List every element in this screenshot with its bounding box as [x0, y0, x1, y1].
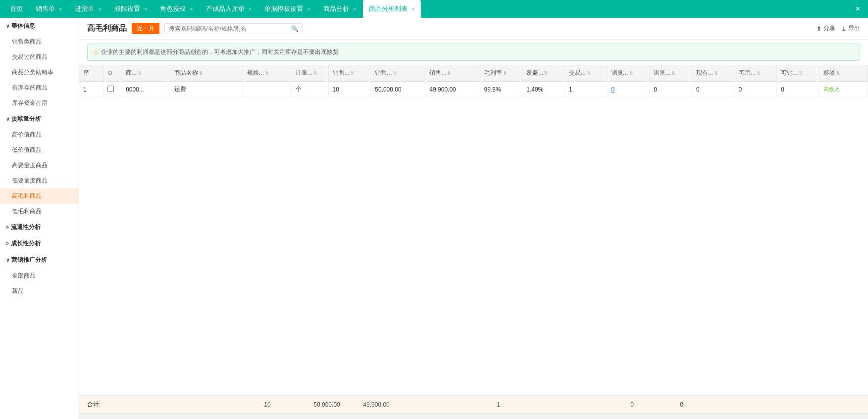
- content-area: 高毛利商品 近一月 🔍 ⬆ 分享 ⤓ 导出 ◇ 企业的主要的利润都是这部分商品创…: [79, 18, 868, 419]
- sort-icon: ⇅: [503, 71, 507, 76]
- sidebar-group-整体信息[interactable]: ∨整体信息: [0, 18, 79, 34]
- col-header-sales_amount[interactable]: 销售... ⇅: [371, 65, 425, 82]
- nav-close-icon[interactable]: ×: [98, 6, 101, 12]
- cell-unit: 个: [291, 82, 328, 97]
- cell-spec: [243, 82, 291, 97]
- col-header-gross_rate[interactable]: 毛利率 ⇅: [480, 65, 522, 82]
- sidebar-group-营销推广分析[interactable]: ∨营销推广分析: [0, 252, 79, 268]
- nav-close-icon[interactable]: ×: [59, 6, 62, 12]
- sidebar-group-label: 贡献量分析: [11, 115, 41, 123]
- col-header-sales_cost[interactable]: 销售... ⇅: [425, 65, 480, 82]
- sort-icon: ⇅: [714, 71, 718, 76]
- sidebar-item-交易过的商品[interactable]: 交易过的商品: [0, 49, 79, 65]
- export-button[interactable]: ⤓ 导出: [841, 24, 860, 33]
- footer-sales-qty: 10: [264, 401, 304, 408]
- cell-checkbox: [103, 82, 122, 97]
- col-header-stock_available[interactable]: 现有... ⇅: [692, 65, 734, 82]
- col-header-spec[interactable]: 规格... ⇅: [243, 65, 291, 82]
- sort-icon: ⇅: [138, 71, 142, 76]
- chevron-icon: ∨: [6, 116, 9, 122]
- col-header-browse2[interactable]: 浏览... ⇅: [650, 65, 692, 82]
- col-header-saleable[interactable]: 可销... ⇅: [777, 65, 819, 82]
- cell-name: 运费: [170, 82, 243, 97]
- col-header-usable[interactable]: 可用... ⇅: [734, 65, 777, 82]
- cell-browse1[interactable]: 0: [607, 82, 650, 97]
- col-header-sales_qty[interactable]: 销售... ⇅: [328, 65, 371, 82]
- sidebar-item-低要量度商品[interactable]: 低要量度商品: [0, 173, 79, 188]
- row-checkbox[interactable]: [107, 86, 114, 92]
- col-header-index[interactable]: 序: [79, 65, 103, 82]
- footer-usable: 0: [680, 401, 719, 408]
- export-icon: ⤓: [841, 25, 846, 32]
- chevron-icon: >: [6, 241, 9, 246]
- col-header-trade[interactable]: 交易... ⇅: [564, 65, 607, 82]
- sort-icon: ⇅: [393, 71, 397, 76]
- footer-sales-amount: 50,000.00: [313, 401, 353, 408]
- top-nav: 首页销售单×进货单×权限设置×角色授权×产成品入库单×单据模板设置×商品分析×商…: [0, 0, 868, 18]
- sidebar-group-成长性分析[interactable]: >成长性分析: [0, 235, 79, 252]
- col-header-name[interactable]: 商品名称 ⇅: [170, 65, 243, 82]
- browse-link[interactable]: 0: [612, 86, 615, 93]
- nav-item-单据模板设置[interactable]: 单据模板设置×: [258, 0, 316, 18]
- info-banner: ◇ 企业的主要的利润都是这部分商品创造的，可考虑加大推广，同时关注库存是不要出现…: [87, 44, 860, 61]
- sidebar-item-高毛利商品[interactable]: 高毛利商品: [0, 188, 79, 204]
- share-icon: ⬆: [817, 25, 821, 32]
- sort-icon: ⇅: [799, 71, 803, 76]
- sidebar-group-贡献量分析[interactable]: ∨贡献量分析: [0, 111, 79, 127]
- col-header-cover[interactable]: 覆盖... ⇅: [522, 65, 565, 82]
- sidebar-item-高价值商品[interactable]: 高价值商品: [0, 127, 79, 142]
- nav-close-icon[interactable]: ×: [353, 6, 356, 12]
- nav-item-权限设置[interactable]: 权限设置×: [108, 0, 153, 18]
- cell-gross_rate: 99.8%: [480, 82, 522, 97]
- col-header-code[interactable]: 商... ⇅: [122, 65, 170, 82]
- sidebar-item-全部商品[interactable]: 全部商品: [0, 268, 79, 283]
- nav-item-销售单[interactable]: 销售单×: [30, 0, 68, 18]
- col-header-browse1[interactable]: 浏览... ⇅: [607, 65, 650, 82]
- cell-stock_available: 0: [692, 82, 734, 97]
- nav-close-icon[interactable]: ×: [144, 6, 147, 12]
- sort-icon: ⇅: [671, 71, 675, 76]
- share-button[interactable]: ⬆ 分享: [817, 24, 835, 33]
- sidebar: ∨整体信息销售类商品交易过的商品商品分类助销率有库存的商品库存资金占用∨贡献量分…: [0, 18, 79, 419]
- table-row: 10000...运费个1050,000.0049,900.0099.8%1.49…: [79, 82, 868, 97]
- window-close-button[interactable]: ×: [852, 4, 864, 13]
- cell-usable: 0: [734, 82, 777, 97]
- sidebar-group-label: 成长性分析: [11, 239, 41, 248]
- sidebar-item-销售类商品[interactable]: 销售类商品: [0, 34, 79, 49]
- nav-item-角色授权[interactable]: 角色授权×: [154, 0, 199, 18]
- nav-close-icon[interactable]: ×: [249, 6, 252, 12]
- col-header-tag[interactable]: 标签 ⇅: [819, 65, 868, 82]
- sidebar-item-低价值商品[interactable]: 低价值商品: [0, 142, 79, 158]
- sidebar-item-商品分类助销率[interactable]: 商品分类助销率: [0, 65, 79, 80]
- nav-close-icon[interactable]: ×: [411, 6, 414, 12]
- nav-item-首页[interactable]: 首页: [4, 0, 29, 18]
- nav-item-产成品入库单[interactable]: 产成品入库单×: [200, 0, 257, 18]
- chevron-icon: >: [6, 225, 9, 230]
- sort-icon: ⇅: [544, 71, 548, 76]
- sort-icon: ⇅: [447, 71, 451, 76]
- bottom-scrollbar[interactable]: [79, 413, 868, 419]
- search-box: 🔍: [164, 23, 303, 34]
- filter-button[interactable]: 近一月: [132, 23, 159, 34]
- nav-close-icon[interactable]: ×: [190, 6, 193, 12]
- col-header-unit[interactable]: 计量... ⇅: [291, 65, 328, 82]
- cell-index: 1: [79, 82, 103, 97]
- sidebar-item-库存资金占用[interactable]: 库存资金占用: [0, 95, 79, 111]
- sidebar-item-高要量度商品[interactable]: 高要量度商品: [0, 158, 79, 173]
- search-input[interactable]: [169, 25, 289, 32]
- nav-item-进货单[interactable]: 进货单×: [69, 0, 107, 18]
- sort-icon: ⇅: [265, 71, 269, 76]
- nav-item-商品分析列表[interactable]: 商品分析列表×: [363, 0, 420, 18]
- nav-close-icon[interactable]: ×: [307, 6, 310, 12]
- cell-code: 0000...: [122, 82, 170, 97]
- sort-icon: ⇅: [351, 71, 355, 76]
- footer-summary: 合计: 10 50,000.00 49,900.00 1 0 0: [79, 395, 868, 413]
- sidebar-group-流通性分析[interactable]: >流通性分析: [0, 219, 79, 235]
- search-icon[interactable]: 🔍: [291, 25, 299, 32]
- sidebar-item-低毛利商品[interactable]: 低毛利商品: [0, 204, 79, 219]
- settings-icon[interactable]: ⚙: [107, 70, 113, 77]
- sidebar-item-新品[interactable]: 新品: [0, 283, 79, 299]
- sidebar-item-有库存的商品[interactable]: 有库存的商品: [0, 80, 79, 95]
- nav-item-商品分析[interactable]: 商品分析×: [317, 0, 362, 18]
- col-header-checkbox[interactable]: ⚙: [103, 65, 122, 82]
